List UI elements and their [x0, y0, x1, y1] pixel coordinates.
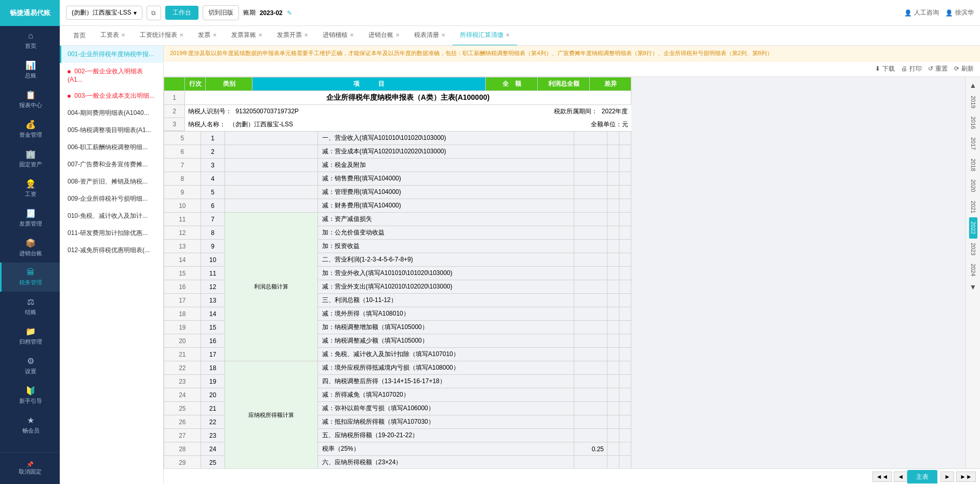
value-cell[interactable] [574, 388, 607, 402]
year-nav-up[interactable]: ▲ [968, 79, 979, 91]
sidebar-item-closing[interactable]: ⚖ 结账 [0, 292, 60, 321]
sidebar-item-archive[interactable]: 📁 归档管理 [0, 321, 60, 351]
value-cell[interactable] [574, 172, 607, 186]
nav-last[interactable]: ►► [956, 472, 976, 482]
left-panel-item-004[interactable]: 004-期间费用明细表(A1040... [60, 104, 163, 122]
company-selector[interactable]: (勿删）江西服宝-LSS ▾ [66, 6, 142, 20]
value-cell[interactable] [574, 402, 607, 415]
sidebar-item-payroll[interactable]: 👷 工资 [0, 174, 60, 203]
tab-payroll[interactable]: 工资表 ✕ [93, 26, 133, 46]
workstation-button[interactable]: 工作台 [165, 6, 198, 20]
tab-purchase-ledger[interactable]: 进销台账 ✕ [361, 26, 407, 46]
tab-invoice[interactable]: 发票 ✕ [191, 26, 224, 46]
period-edit-icon[interactable]: ✎ [287, 9, 292, 17]
sidebar-item-settings[interactable]: ⚙ 设置 [0, 351, 60, 381]
year-nav-down[interactable]: ▼ [968, 281, 979, 293]
unpin-button[interactable]: 📌 取消固定 [0, 458, 60, 479]
tab-tax-register[interactable]: 税表清册 ✕ [407, 26, 453, 46]
value-cell[interactable] [574, 456, 607, 469]
sidebar-item-report-center[interactable]: 📋 报表中心 [0, 85, 60, 114]
left-panel-item-001[interactable]: 001-企业所得税年度纳税申报... [60, 46, 163, 63]
value-cell[interactable] [574, 226, 607, 240]
left-panel-item-012[interactable]: 012-减免所得税优惠明细表(... [60, 242, 163, 259]
sidebar-item-tax-mgmt[interactable]: 🏛 税务管理 [0, 263, 60, 292]
year-2016[interactable]: 2016 [969, 112, 977, 133]
reset-button[interactable]: ↺ 重置 [928, 64, 948, 73]
left-panel-item-002[interactable]: 002-一般企业收入明细表(A1... [60, 63, 163, 87]
value-cell[interactable] [574, 348, 607, 361]
nav-first[interactable]: ◄◄ [872, 472, 892, 482]
close-tab-invoice-open[interactable]: ✕ [304, 32, 308, 38]
value-cell[interactable] [574, 213, 607, 226]
left-panel-item-011[interactable]: 011-研发费用加计扣除优惠... [60, 225, 163, 242]
value-cell[interactable] [574, 334, 607, 348]
left-panel-item-005[interactable]: 005-纳税调整项目明细表(A1... [60, 122, 163, 139]
year-2017[interactable]: 2017 [969, 133, 977, 154]
value-cell[interactable] [574, 240, 607, 253]
left-panel-item-010[interactable]: 010-免税、减计收入及加计... [60, 207, 163, 225]
sidebar-item-sales-ledger[interactable]: 📦 进销台账 [0, 233, 60, 263]
sidebar-item-guide[interactable]: 🔰 新手引导 [0, 381, 60, 410]
value-cell[interactable] [574, 375, 607, 388]
value-cell[interactable] [574, 280, 607, 294]
nav-next[interactable]: ► [941, 472, 954, 482]
tab-home[interactable]: 首页 [66, 26, 93, 46]
print-button[interactable]: 🖨 打印 [901, 64, 922, 73]
value-cell[interactable] [574, 361, 607, 375]
value-cell[interactable]: 0.25 [574, 442, 607, 456]
value-cell[interactable] [574, 199, 607, 213]
left-panel-item-008[interactable]: 008-资产折旧、摊销及纳税... [60, 173, 163, 190]
switch-old-button[interactable]: 切到旧版 [203, 5, 239, 20]
tab-invoice-open[interactable]: 发票开票 ✕ [270, 26, 315, 46]
value-cell[interactable] [574, 307, 607, 321]
sidebar-item-general-ledger[interactable]: 📊 总账 [0, 55, 60, 85]
year-2020[interactable]: 2020 [969, 175, 977, 196]
year-2019[interactable]: 2019 [969, 91, 977, 112]
value-cell[interactable] [574, 145, 607, 159]
year-2023[interactable]: 2023 [969, 239, 977, 259]
sidebar-item-fixed-assets[interactable]: 🏢 固定资产 [0, 144, 60, 174]
left-panel-item-006[interactable]: 006-职工薪酬纳税调整明细... [60, 139, 163, 156]
close-tab-income-tax[interactable]: ✕ [506, 32, 510, 38]
refresh-button[interactable]: ⟳ 刷新 [954, 64, 974, 73]
sidebar-item-home[interactable]: ⌂ 首页 [0, 26, 60, 55]
close-tab-purchase-ledger[interactable]: ✕ [395, 32, 400, 38]
close-tab-purchase-audit[interactable]: ✕ [350, 32, 354, 38]
value-cell[interactable] [574, 415, 607, 429]
value-cell[interactable] [574, 267, 607, 280]
value-cell[interactable] [574, 132, 607, 145]
year-2022[interactable]: 2022 [969, 217, 977, 238]
tab-purchase-audit[interactable]: 进销稽核 ✕ [315, 26, 361, 46]
nav-prev[interactable]: ◄ [894, 472, 907, 482]
value-cell[interactable] [574, 321, 607, 334]
sheet-tab-main[interactable]: 主表 [907, 470, 937, 483]
tab-payroll-stats[interactable]: 工资统计报表 ✕ [133, 26, 191, 46]
value-cell[interactable] [574, 294, 607, 307]
value-cell[interactable] [574, 186, 607, 199]
value-cell[interactable] [574, 253, 607, 267]
value-cell[interactable] [574, 429, 607, 442]
spreadsheet-main[interactable]: 行次 类别 项 目 全 额 利润总全额 差异 1 [164, 77, 965, 469]
service-btn[interactable]: 👤 人工咨询 [904, 8, 939, 17]
year-2021[interactable]: 2021 [969, 197, 977, 217]
year-2024[interactable]: 2024 [969, 259, 977, 280]
close-tab-tax-register[interactable]: ✕ [441, 32, 445, 38]
user-profile[interactable]: 👤 徐滨华 [945, 8, 974, 17]
close-tab-invoice[interactable]: ✕ [213, 32, 217, 38]
close-tab-payroll[interactable]: ✕ [121, 32, 125, 38]
left-panel-item-009[interactable]: 009-企业所得税补亏损明细... [60, 190, 163, 207]
close-tab-invoice-calc[interactable]: ✕ [258, 32, 262, 38]
left-panel-item-007[interactable]: 007-广告费和业务宣传费摊... [60, 156, 163, 173]
tab-income-tax[interactable]: 所得税汇算清缴 ✕ [453, 26, 517, 46]
sidebar-item-invoice-mgmt[interactable]: 🧾 发票管理 [0, 203, 60, 233]
value-cell[interactable] [574, 159, 607, 172]
tab-invoice-calc[interactable]: 发票算账 ✕ [224, 26, 270, 46]
sidebar-item-vip[interactable]: ★ 畅会员 [0, 410, 60, 440]
sidebar-item-fund-mgmt[interactable]: 💰 资金管理 [0, 114, 60, 144]
year-2018[interactable]: 2018 [969, 154, 977, 175]
download-button[interactable]: ⬇ 下载 [875, 64, 895, 73]
left-panel-item-003[interactable]: 003-一般企业成本支出明细... [60, 87, 163, 104]
copy-icon-btn[interactable]: ⧉ [147, 6, 161, 20]
sheet-next-nav[interactable]: ► ►► [941, 472, 976, 482]
close-tab-payroll-stats[interactable]: ✕ [179, 32, 183, 38]
